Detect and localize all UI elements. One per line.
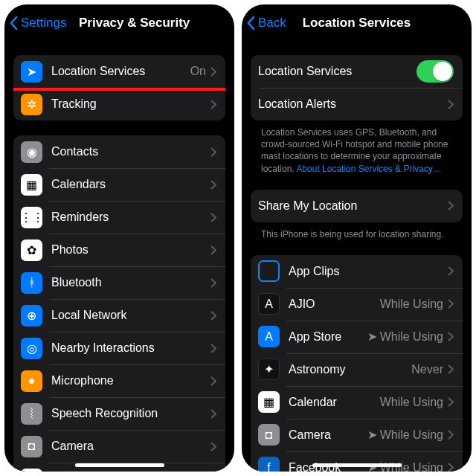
chevron-right-icon [210,245,216,255]
health-icon: ♥ [21,469,42,472]
app-row[interactable]: ✦AstronomyNever [251,353,463,386]
app-value: Never [411,363,443,376]
settings-group: ◉Contacts▦Calendars⋮⋮Reminders✿PhotosᚼBl… [13,135,225,472]
chevron-right-icon [448,299,454,309]
app-row[interactable]: AAJIOWhile Using [251,288,463,321]
chevron-right-icon [448,430,454,440]
app-label: Astronomy [289,363,411,376]
chevron-right-icon [210,376,216,386]
chevron-left-icon [246,16,257,30]
app-row[interactable]: AApp Store➤ While Using [251,321,463,353]
share-location-row[interactable]: Share My Location [251,190,463,222]
apps-group: App ClipsAAJIOWhile UsingAApp Store➤ Whi… [251,255,463,472]
settings-row[interactable]: ◘Camera [13,430,225,463]
locservices-row[interactable]: Location Services [251,55,463,88]
appstore-icon: A [258,326,280,347]
chevron-right-icon [210,442,216,451]
share-footer: This iPhone is being used for location s… [251,222,463,240]
chevron-right-icon [448,266,454,276]
settings-row[interactable]: ⋮⋮Reminders [13,201,225,234]
right-navbar: Back Location Services [242,4,472,42]
row-label: Photos [51,243,210,257]
share-label: Share My Location [258,199,448,213]
settings-row[interactable]: ◉Contacts [13,135,225,168]
left-content: ➤Location ServicesOn✲Tracking◉Contacts▦C… [4,42,234,472]
chevron-right-icon [210,278,216,288]
settings-row[interactable]: ✿Photos [13,234,225,266]
chevron-right-icon [210,147,216,157]
microphone-icon: ● [21,370,42,392]
app-row[interactable]: fFacebook➤ While Using [251,451,463,472]
share-group: Share My Location [251,190,463,222]
home-indicator [75,463,164,467]
row-label: Local Network [51,309,210,322]
locservices-toggle[interactable] [416,60,454,83]
app-label: Camera [289,428,367,442]
settings-row[interactable]: ᚼBluetooth [13,266,225,299]
app-value: While Using [380,396,443,409]
chevron-right-icon [448,332,454,341]
row-label: Tracking [51,97,210,111]
back-label-left: Settings [21,16,66,30]
back-button-left[interactable]: Settings [9,16,66,30]
chevron-right-icon [210,180,216,190]
right-phone: Back Location Services Location Services… [242,4,472,472]
app-row[interactable]: ▦CalendarWhile Using [251,386,463,419]
chevron-right-icon [448,201,454,210]
chevron-right-icon [210,344,216,353]
location-alerts-row[interactable]: Location Alerts [251,88,463,120]
astronomy-icon: ✦ [258,358,280,380]
row-value: On [190,65,206,78]
settings-row[interactable]: ◎Nearby Interactions [13,332,225,364]
app-label: App Store [289,330,367,344]
chevron-left-icon [9,16,19,30]
left-navbar: Settings Privacy & Security [4,4,234,42]
settings-row[interactable]: ➤Location ServicesOn [13,55,225,88]
app-label: Calendar [289,396,380,409]
row-label: Reminders [51,210,210,224]
row-label: Contacts [51,145,210,158]
chevron-right-icon [210,100,216,109]
settings-row[interactable]: ●Microphone [13,364,225,397]
speech-icon: ⦚ [21,403,42,425]
row-label: Microphone [51,374,210,387]
app-row[interactable]: App Clips [251,255,463,288]
bluetooth-icon: ᚼ [21,272,42,294]
back-button-right[interactable]: Back [246,16,286,30]
alerts-label: Location Alerts [258,97,448,111]
settings-group: ➤Location ServicesOn✲Tracking [13,55,225,120]
calendars-icon: ▦ [21,174,42,196]
facebook-icon: f [258,457,280,472]
location-icon: ➤ [21,61,42,83]
settings-row[interactable]: ⊕Local Network [13,299,225,332]
chevron-right-icon [210,213,216,222]
locservices-footer: Location Services uses GPS, Bluetooth, a… [251,120,463,175]
settings-row[interactable]: ▦Calendars [13,168,225,201]
locservices-group: Location Services Location Alerts [251,55,463,120]
about-link[interactable]: About Location Services & Privacy… [296,164,441,174]
chevron-right-icon [448,364,454,374]
localnetwork-icon: ⊕ [21,305,42,327]
row-label: Bluetooth [51,276,210,289]
row-label: Camera [51,440,210,453]
chevron-right-icon [448,463,454,472]
tracking-icon: ✲ [21,94,42,115]
app-value: While Using [380,298,443,311]
row-label: Speech Recognition [51,407,210,420]
location-arrow-icon: ➤ [367,329,377,344]
app-value: ➤ While Using [367,428,443,442]
nearby-icon: ◎ [21,338,42,359]
row-label: Location Services [51,65,190,78]
camera2-icon: ◘ [258,424,280,446]
chevron-right-icon [210,409,216,419]
contacts-icon: ◉ [21,141,42,163]
right-content: Location Services Location Alerts Locati… [242,42,472,472]
home-indicator [312,463,402,467]
settings-row[interactable]: ⦚Speech Recognition [13,397,225,430]
app-row[interactable]: ◘Camera➤ While Using [251,419,463,451]
settings-row[interactable]: ✲Tracking [13,88,225,120]
reminders-icon: ⋮⋮ [21,207,42,228]
location-arrow-icon: ➤ [367,428,377,442]
chevron-right-icon [210,311,216,321]
chevron-right-icon [448,100,454,109]
